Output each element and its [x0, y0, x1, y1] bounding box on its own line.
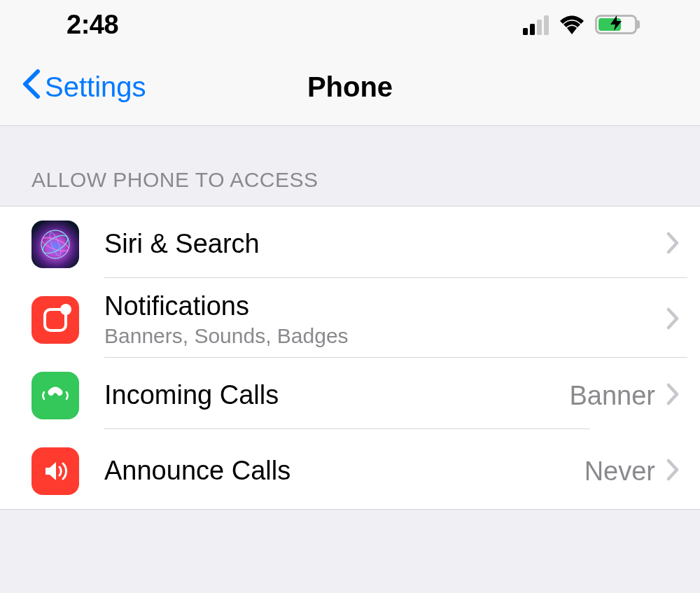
phone-icon — [31, 372, 79, 419]
back-button[interactable]: Settings — [0, 69, 146, 106]
row-siri-search[interactable]: Siri & Search — [0, 207, 700, 282]
status-icons — [523, 14, 637, 35]
row-announce-calls[interactable]: Announce Calls Never — [0, 433, 700, 509]
section-header: ALLOW PHONE TO ACCESS — [0, 126, 700, 206]
page-title: Phone — [307, 71, 393, 103]
speaker-icon — [31, 447, 79, 495]
status-time: 2:48 — [66, 10, 118, 40]
chevron-left-icon — [21, 69, 41, 106]
siri-icon — [31, 221, 79, 268]
battery-icon — [595, 15, 637, 34]
notifications-icon — [31, 296, 79, 344]
chevron-right-icon — [666, 383, 679, 408]
row-label: Siri & Search — [104, 230, 666, 259]
row-label: Incoming Calls — [104, 381, 569, 410]
wifi-icon — [559, 15, 585, 34]
cellular-icon — [523, 14, 549, 35]
status-bar: 2:48 — [0, 0, 700, 49]
settings-list: Siri & Search Notifications Banners, Sou… — [0, 206, 700, 510]
chevron-right-icon — [666, 459, 679, 484]
row-sublabel: Banners, Sounds, Badges — [104, 324, 666, 348]
charging-bolt-icon — [610, 15, 622, 34]
row-value: Banner — [569, 381, 655, 411]
chevron-right-icon — [666, 307, 679, 333]
row-label: Notifications — [104, 292, 666, 321]
row-incoming-calls[interactable]: Incoming Calls Banner — [0, 358, 700, 433]
back-label: Settings — [45, 71, 146, 103]
row-label: Announce Calls — [104, 456, 584, 486]
row-notifications[interactable]: Notifications Banners, Sounds, Badges — [0, 282, 700, 358]
svg-point-5 — [60, 304, 71, 315]
nav-bar: Settings Phone — [0, 49, 700, 126]
row-value: Never — [584, 456, 655, 487]
chevron-right-icon — [666, 232, 679, 257]
